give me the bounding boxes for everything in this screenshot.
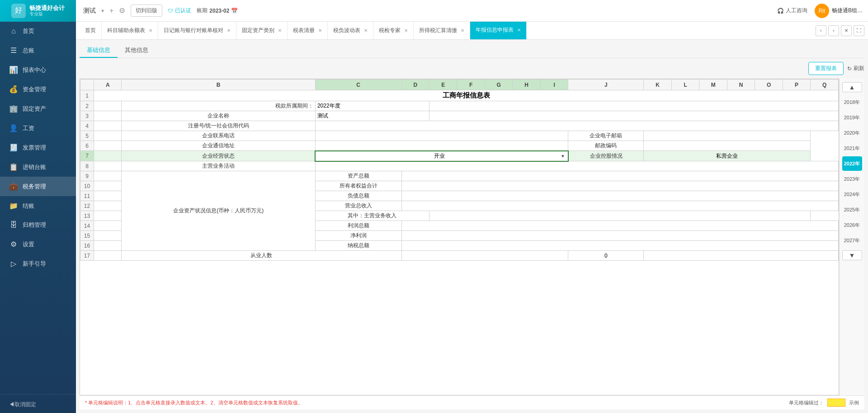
cell-7k[interactable]: 私营企业 <box>644 151 811 161</box>
spreadsheet-wrapper[interactable]: A B C D E F G H I J <box>80 79 839 395</box>
tab-close-aux[interactable]: ✕ <box>149 28 152 33</box>
cell-15a[interactable] <box>94 231 122 241</box>
sidebar-item-invoice[interactable]: 🧾发票管理 <box>0 138 76 157</box>
year-item-2026[interactable]: 2026年 <box>842 218 862 232</box>
tab-assets_cat[interactable]: 固定资产类别✕ <box>236 22 288 40</box>
year-item-2018[interactable]: 2018年 <box>842 95 862 109</box>
cell-5k[interactable] <box>644 131 811 141</box>
sidebar-item-capital[interactable]: 💰资金管理 <box>0 80 76 99</box>
tab-annual[interactable]: 年报信息申报表✕ <box>470 22 527 40</box>
cell-7c-dropdown[interactable]: 开业 ▼ <box>315 151 568 161</box>
year-scroll-down-button[interactable]: ▼ <box>842 250 862 260</box>
cell-4a[interactable] <box>94 121 122 131</box>
year-item-2021[interactable]: 2021年 <box>842 141 862 155</box>
cell-6a[interactable] <box>94 141 122 151</box>
cell-3a[interactable] <box>94 111 122 121</box>
tab-tax_expert[interactable]: 税检专家✕ <box>373 22 414 40</box>
sidebar-item-home[interactable]: ⌂首页 <box>0 22 76 41</box>
cell-8a[interactable] <box>94 161 122 171</box>
cell-17k[interactable] <box>644 251 839 261</box>
cell-3c[interactable]: 测试 <box>315 111 429 121</box>
tab-close-tax_wave[interactable]: ✕ <box>364 28 368 33</box>
tab-close-assets_cat[interactable]: ✕ <box>278 28 282 33</box>
cell-2e[interactable] <box>429 101 838 111</box>
year-item-2020[interactable]: 2020年 <box>842 126 862 140</box>
cell-17a[interactable] <box>94 251 122 261</box>
tab-close-income_tax[interactable]: ✕ <box>461 28 464 33</box>
cell-12a[interactable] <box>94 201 122 211</box>
cell-4c[interactable] <box>315 121 838 131</box>
tab-close-tax_expert[interactable]: ✕ <box>404 28 408 33</box>
reset-report-button[interactable]: 重置报表 <box>808 62 844 75</box>
cell-2a[interactable] <box>94 101 122 111</box>
sub-tab-other[interactable]: 其他信息 <box>118 43 156 58</box>
cell-15d[interactable] <box>401 231 839 241</box>
chevron-down-icon[interactable]: ▾ <box>101 8 104 14</box>
cell-12d[interactable] <box>401 201 839 211</box>
cell-16a[interactable] <box>94 241 122 251</box>
tab-tax_wave[interactable]: 税负波动表✕ <box>328 22 373 40</box>
tab-fullscreen-button[interactable]: ⛶ <box>854 25 864 36</box>
year-scroll-up-button[interactable]: ▲ <box>842 82 862 92</box>
sidebar-item-guide[interactable]: ▷新手引导 <box>0 254 76 273</box>
cell-5a[interactable] <box>94 131 122 141</box>
cell-9b[interactable]: 企业资产状况信息(币种：人民币万元) <box>122 171 315 251</box>
sidebar-item-ledger[interactable]: ☰总账 <box>0 41 76 60</box>
sub-tab-basic[interactable]: 基础信息 <box>80 43 118 58</box>
year-item-2025[interactable]: 2025年 <box>842 202 862 217</box>
cell-14d[interactable] <box>401 221 839 231</box>
user-avatar-area[interactable]: Rit 畅捷通B组… <box>815 4 863 18</box>
tab-prev-button[interactable]: ‹ <box>816 25 826 36</box>
cell-10d[interactable] <box>401 181 839 191</box>
cell-16d[interactable] <box>401 241 839 251</box>
cell-13a[interactable] <box>94 211 122 221</box>
cell-6k[interactable] <box>644 141 811 151</box>
sidebar-item-tax[interactable]: 💼税务管理 <box>0 177 76 196</box>
year-item-2024[interactable]: 2024年 <box>842 187 862 202</box>
year-item-2023[interactable]: 2023年 <box>842 172 862 186</box>
sidebar-item-report[interactable]: 📊报表中心 <box>0 60 76 80</box>
sidebar-item-archive[interactable]: 🗄归档管理 <box>0 216 76 235</box>
tab-income_tax[interactable]: 所得税汇算清缴✕ <box>414 22 470 40</box>
cell-11d[interactable] <box>401 191 839 201</box>
cell-7a[interactable] <box>94 151 122 161</box>
unfix-button[interactable]: ◀取消固定 <box>0 396 76 413</box>
cell-17d[interactable] <box>401 251 568 261</box>
cell-5c[interactable] <box>315 131 568 141</box>
tab-tax_return[interactable]: 税表清册✕ <box>288 22 328 40</box>
cell-14a[interactable] <box>94 221 122 231</box>
tab-next-button[interactable]: › <box>828 25 839 36</box>
tab-journal[interactable]: 日记账与银行对账单核对✕ <box>158 22 236 40</box>
tab-home[interactable]: 首页 <box>80 22 102 40</box>
cell-9a[interactable] <box>94 171 122 181</box>
sidebar-item-close[interactable]: 📁结账 <box>0 196 76 216</box>
tab-close-journal[interactable]: ✕ <box>227 28 231 33</box>
calendar-icon[interactable]: 📅 <box>231 8 238 14</box>
tab-close-button[interactable]: ✕ <box>841 25 852 36</box>
cell-11a[interactable] <box>94 191 122 201</box>
sidebar-item-assets[interactable]: 🏢固定资产 <box>0 99 76 118</box>
tab-close-tax_return[interactable]: ✕ <box>318 28 322 33</box>
year-item-2027[interactable]: 2027年 <box>842 233 862 248</box>
cell-6c[interactable] <box>315 141 568 151</box>
cell-3e[interactable] <box>429 111 838 121</box>
year-item-2022[interactable]: 2022年 <box>842 156 862 171</box>
sidebar-item-settings[interactable]: ⚙设置 <box>0 235 76 254</box>
service-button[interactable]: 🎧 人工咨询 <box>777 7 807 14</box>
cell-13e[interactable] <box>429 211 810 221</box>
logo-icon: 好 <box>11 4 26 18</box>
refresh-button[interactable]: ↻ 刷新 <box>847 65 864 72</box>
cell-8c[interactable] <box>315 161 838 171</box>
tab-aux[interactable]: 科目辅助余额表✕ <box>102 22 158 40</box>
gear-icon[interactable]: ⚙ <box>119 6 125 15</box>
cell-17j[interactable]: 0 <box>568 251 644 261</box>
cell-10a[interactable] <box>94 181 122 191</box>
switch-old-button[interactable]: 切到旧版 <box>131 5 162 17</box>
cell-2c[interactable]: 2022年度 <box>315 101 429 111</box>
add-icon[interactable]: + <box>109 7 113 15</box>
sidebar-item-salary[interactable]: 👤工资 <box>0 118 76 138</box>
tab-close-annual[interactable]: ✕ <box>517 28 521 33</box>
cell-9d[interactable] <box>401 171 839 181</box>
sidebar-item-inout[interactable]: 📋进销台账 <box>0 157 76 177</box>
year-item-2019[interactable]: 2019年 <box>842 110 862 125</box>
